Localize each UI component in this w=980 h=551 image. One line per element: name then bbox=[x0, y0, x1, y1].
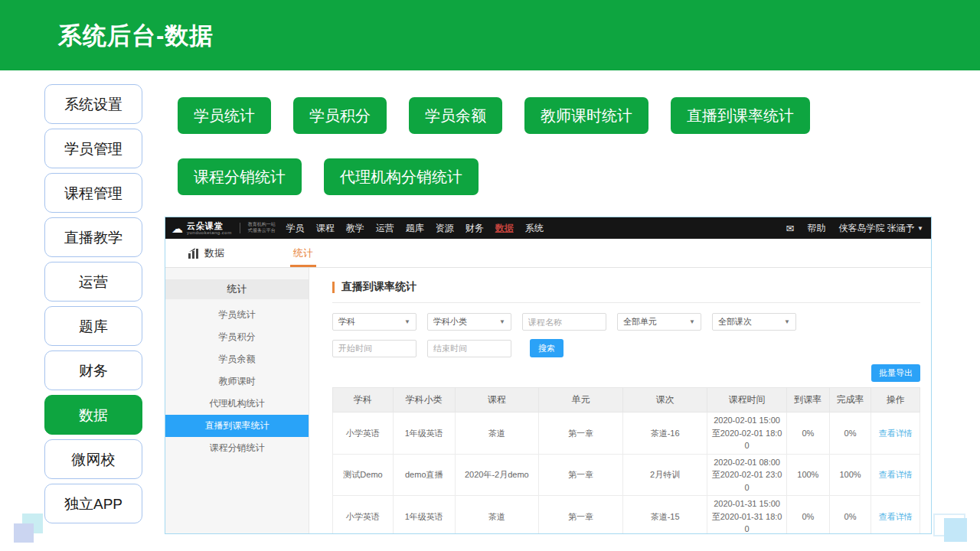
quick-buttons-row1: 学员统计学员积分学员余额教师课时统计直播到课率统计 bbox=[178, 97, 810, 134]
chevron-down-icon: ▼ bbox=[404, 318, 410, 325]
cell-subcategory: 1年级英语 bbox=[394, 412, 456, 455]
sidebar-item-finance[interactable]: 财务 bbox=[44, 350, 142, 390]
shot-top-nav: ☁ 云朵课堂 yunduoketang.com 教育机构一站 式服务云平台 学员… bbox=[165, 217, 931, 239]
help-link[interactable]: 帮助 bbox=[807, 222, 825, 235]
user-menu[interactable]: 侠客岛学院 张涵予 ▼ bbox=[838, 222, 923, 235]
view-details-link[interactable]: 查看详情 bbox=[879, 470, 913, 479]
logo-domain: yunduoketang.com bbox=[187, 230, 232, 235]
cell-completion-rate: 100% bbox=[829, 454, 871, 496]
page-title: 系统后台-数据 bbox=[58, 20, 214, 52]
sidebar-item-system-settings[interactable]: 系统设置 bbox=[44, 84, 142, 124]
start-time-input[interactable] bbox=[332, 340, 416, 357]
stats-side-panel: 统计 学员统计学员积分学员余额教师课时代理机构统计直播到课率统计课程分销统计 bbox=[165, 268, 309, 533]
agency-distribution-stats-button[interactable]: 代理机构分销统计 bbox=[324, 158, 479, 195]
nav-item-courses[interactable]: 课程 bbox=[316, 222, 335, 235]
cell-attendance-rate: 0% bbox=[786, 496, 829, 535]
student-points-button[interactable]: 学员积分 bbox=[293, 97, 387, 134]
sidebar: 系统设置学员管理课程管理直播教学运营题库财务数据微网校独立APP bbox=[44, 84, 142, 523]
nav-item-finance[interactable]: 财务 bbox=[466, 222, 484, 235]
bar-chart-icon bbox=[188, 248, 200, 259]
cell-unit: 第一章 bbox=[539, 412, 623, 455]
nav-item-teaching[interactable]: 教学 bbox=[346, 222, 364, 235]
logo-divider bbox=[240, 223, 240, 233]
col-header-subject: 学科 bbox=[333, 388, 394, 412]
teacher-hours-stats-button[interactable]: 教师课时统计 bbox=[524, 97, 648, 134]
user-name: 侠客岛学院 张涵予 bbox=[838, 223, 914, 233]
cell-actions: 查看详情 bbox=[871, 454, 920, 496]
subject-filter[interactable]: 学科▼ bbox=[332, 313, 416, 331]
panel-item-live-attendance-stats[interactable]: 直播到课率统计 bbox=[165, 415, 309, 437]
nav-item-question-bank[interactable]: 题库 bbox=[406, 222, 424, 235]
nav-item-system[interactable]: 系统 bbox=[525, 222, 544, 235]
sidebar-item-question-bank[interactable]: 题库 bbox=[44, 306, 142, 346]
cell-course: 茶道 bbox=[455, 496, 539, 535]
view-details-link[interactable]: 查看详情 bbox=[879, 512, 913, 521]
course-name-input[interactable] bbox=[522, 313, 606, 331]
table-row: 小学英语1年级英语茶道第一章茶道-162020-02-01 15:00至2020… bbox=[333, 412, 920, 455]
sidebar-item-course-management[interactable]: 课程管理 bbox=[44, 173, 142, 213]
sidebar-item-data[interactable]: 数据 bbox=[44, 395, 142, 435]
unit-filter-label: 全部单元 bbox=[623, 316, 657, 328]
title-accent-bar bbox=[332, 282, 335, 293]
cell-unit: 第一章 bbox=[539, 496, 623, 535]
cell-attendance-rate: 100% bbox=[786, 454, 829, 496]
shot-sub-nav: 数据 统计 bbox=[165, 239, 931, 268]
col-header-unit: 单元 bbox=[539, 388, 623, 412]
nav-item-data[interactable]: 数据 bbox=[495, 222, 514, 235]
cell-actions: 查看详情 bbox=[871, 496, 920, 535]
panel-item-teacher-hours[interactable]: 教师课时 bbox=[165, 370, 309, 393]
table-header-row: 学科学科小类课程单元课次课程时间到课率完成率操作 bbox=[333, 388, 920, 412]
stats-panel-header: 统计 bbox=[165, 279, 309, 299]
lesson-filter-label: 全部课次 bbox=[718, 316, 752, 328]
student-balance-button[interactable]: 学员余额 bbox=[409, 97, 502, 134]
attendance-table: 学科学科小类课程单元课次课程时间到课率完成率操作小学英语1年级英语茶道第一章茶道… bbox=[332, 387, 920, 534]
panel-item-student-stats[interactable]: 学员统计 bbox=[165, 304, 309, 326]
cell-course: 茶道 bbox=[455, 412, 539, 455]
sidebar-item-micro-school[interactable]: 微网校 bbox=[44, 439, 142, 479]
sidebar-item-student-management[interactable]: 学员管理 bbox=[44, 129, 142, 168]
quick-buttons-row2: 课程分销统计代理机构分销统计 bbox=[178, 158, 479, 195]
course-distribution-stats-button[interactable]: 课程分销统计 bbox=[178, 158, 302, 195]
tab-statistics[interactable]: 统计 bbox=[290, 239, 316, 267]
live-attendance-stats-button[interactable]: 直播到课率统计 bbox=[671, 97, 810, 134]
cell-lesson: 2月特训 bbox=[622, 454, 707, 496]
stats-main-panel: 直播到课率统计 学科▼学科小类▼全部单元▼全部课次▼ 搜索 批量导出 学科学科小… bbox=[309, 268, 931, 533]
nav-item-students[interactable]: 学员 bbox=[286, 222, 305, 235]
logo-name: 云朵课堂 bbox=[187, 222, 232, 230]
subcategory-filter[interactable]: 学科小类▼ bbox=[427, 313, 511, 331]
lesson-filter[interactable]: 全部课次▼ bbox=[712, 313, 796, 331]
nav-item-resources[interactable]: 资源 bbox=[436, 222, 454, 235]
panel-item-student-balance[interactable]: 学员余额 bbox=[165, 348, 309, 370]
mail-icon[interactable]: ✉ bbox=[786, 223, 794, 234]
col-header-completion-rate: 完成率 bbox=[829, 388, 871, 412]
student-stats-button[interactable]: 学员统计 bbox=[178, 97, 271, 134]
panel-item-student-points[interactable]: 学员积分 bbox=[165, 326, 309, 348]
batch-export-button[interactable]: 批量导出 bbox=[871, 364, 920, 382]
unit-filter[interactable]: 全部单元▼ bbox=[617, 313, 701, 331]
subject-filter-label: 学科 bbox=[338, 316, 355, 328]
panel-item-course-distribution-stats[interactable]: 课程分销统计 bbox=[165, 437, 309, 459]
section-title: 直播到课率统计 bbox=[332, 280, 920, 294]
cell-subject: 小学英语 bbox=[333, 412, 394, 455]
panel-item-agency-stats[interactable]: 代理机构统计 bbox=[165, 393, 309, 415]
breadcrumb: 数据 bbox=[188, 246, 224, 260]
search-button[interactable]: 搜索 bbox=[530, 339, 564, 357]
nav-item-operations[interactable]: 运营 bbox=[376, 222, 394, 235]
sidebar-item-operations[interactable]: 运营 bbox=[44, 262, 142, 302]
end-time-input[interactable] bbox=[427, 340, 511, 357]
cell-actions: 查看详情 bbox=[871, 412, 920, 455]
divider bbox=[332, 302, 920, 303]
cell-course: 2020年-2月demo bbox=[455, 454, 539, 496]
sidebar-item-live-teaching[interactable]: 直播教学 bbox=[44, 217, 142, 257]
cell-subject: 小学英语 bbox=[333, 496, 394, 535]
sidebar-item-standalone-app[interactable]: 独立APP bbox=[44, 484, 142, 523]
filter-row-1: 学科▼学科小类▼全部单元▼全部课次▼ bbox=[332, 313, 920, 331]
cell-course-time: 2020-02-01 08:00至2020-02-01 23:00 bbox=[707, 454, 787, 496]
view-details-link[interactable]: 查看详情 bbox=[879, 429, 913, 438]
cell-attendance-rate: 0% bbox=[786, 412, 829, 455]
col-header-subcategory: 学科小类 bbox=[394, 388, 456, 412]
cell-subject: 测试Demo bbox=[333, 454, 394, 496]
logo-tagline: 教育机构一站 式服务云平台 bbox=[248, 222, 276, 234]
yunduoketang-logo: ☁ 云朵课堂 yunduoketang.com 教育机构一站 式服务云平台 bbox=[172, 222, 276, 235]
cell-completion-rate: 0% bbox=[829, 412, 871, 455]
